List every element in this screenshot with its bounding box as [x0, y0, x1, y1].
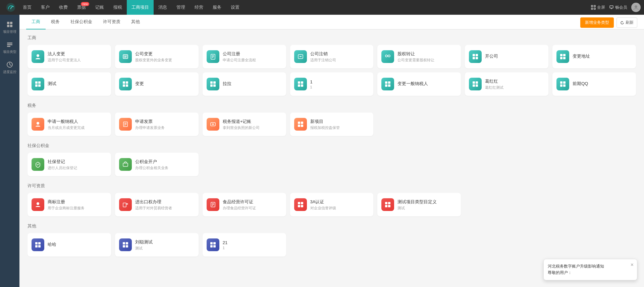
card-gongjijin-kaihu[interactable]: 公积金开户 办理公积金相关业务 — [115, 153, 199, 176]
card-title: 1 — [310, 79, 370, 84]
top-navigation: 首页 客户 收费 票据 new 记账 报税 工商项目 消息 管理 经营 服务 设… — [0, 0, 644, 15]
new-type-button[interactable]: 新增业务类型 — [580, 17, 614, 28]
svg-rect-82 — [123, 242, 125, 244]
refresh-icon — [620, 21, 624, 25]
svg-rect-2 — [594, 5, 595, 7]
card-kai-gongsi[interactable]: 开公司 — [465, 45, 548, 68]
card-gongsi-biangeng[interactable]: 公司变更 股权变更外的业务变更 — [115, 45, 199, 68]
svg-rect-62 — [298, 122, 300, 124]
svg-point-22 — [388, 55, 390, 57]
card-falian-biangeng[interactable]: 法人变更 适用于公司变更法人 — [28, 45, 111, 68]
card-lala[interactable]: 拉拉 — [203, 72, 286, 96]
svg-rect-39 — [210, 81, 213, 84]
section-xuke-title: 许可资质 — [28, 183, 636, 189]
card-title: 变更一般纳税人 — [397, 81, 457, 87]
nav-fee[interactable]: 收费 — [54, 0, 72, 15]
svg-rect-63 — [301, 122, 303, 124]
svg-point-21 — [385, 55, 387, 57]
card-21[interactable]: 21 1 — [203, 233, 286, 257]
card-icon — [556, 50, 569, 63]
nav-ticket[interactable]: 票据 new — [72, 0, 91, 15]
scroll-area[interactable]: 工商 法人变更 适用于公司变更法人 公司变更 — [19, 29, 644, 287]
svg-rect-79 — [38, 242, 41, 244]
tab-shebao[interactable]: 社保公积金 — [65, 15, 98, 29]
sidebar-item-project-manage[interactable]: 项目管理 — [0, 17, 19, 38]
sidebar-item-progress[interactable]: 进度监控 — [0, 58, 19, 78]
svg-point-59 — [37, 122, 39, 125]
card-desc: 拿到营业执照的新公司 — [223, 125, 282, 130]
svg-rect-32 — [38, 81, 41, 84]
card-title: 哈哈 — [48, 241, 107, 247]
nav-manage[interactable]: 管理 — [172, 0, 190, 15]
card-gongsi-zhuxiao[interactable]: 公司注销 适用于注销公司 — [290, 45, 374, 68]
card-gongsi-zhuce[interactable]: 公司注册 申请公司注册全流程 — [203, 45, 286, 68]
nav-business[interactable]: 经营 — [190, 0, 208, 15]
svg-point-16 — [37, 54, 39, 57]
card-liucong-ceshi[interactable]: 刘聪测试 测试 — [115, 233, 199, 257]
svg-rect-85 — [126, 245, 128, 247]
nav-settings[interactable]: 设置 — [226, 0, 244, 15]
svg-point-67 — [37, 202, 39, 205]
nav-tax[interactable]: 报税 — [109, 0, 127, 15]
fullscreen-button[interactable]: 全屏 — [591, 5, 605, 10]
card-icon — [207, 238, 219, 251]
tab-bar: 工商 税务 社保公积金 许可资质 其他 新增业务类型 刷新 — [19, 15, 644, 29]
card-biangeng-nashui[interactable]: 变更一般纳税人 — [377, 72, 461, 96]
notification-close-button[interactable]: × — [631, 262, 634, 268]
refresh-button[interactable]: 刷新 — [616, 17, 637, 28]
card-shuiwu-baodao[interactable]: 税务报道+记账 拿到营业执照的新公司 — [203, 113, 286, 136]
tab-gongshang[interactable]: 工商 — [26, 15, 46, 29]
card-title: 测试项目类型目定义 — [397, 199, 457, 205]
card-shangbiao-zhuce[interactable]: 商标注册 用于企业商标注册服务 — [28, 193, 111, 216]
card-title: 前期QQ — [573, 81, 632, 87]
card-desc: 对企业信誉评级 — [310, 206, 370, 211]
svg-rect-55 — [560, 81, 562, 84]
nav-industry[interactable]: 工商项目 — [127, 0, 154, 15]
nav-service[interactable]: 服务 — [208, 0, 226, 15]
card-title: 社保登记 — [48, 159, 107, 165]
card-title: 公积金开户 — [135, 159, 195, 165]
card-xin-xiangmu[interactable]: 新项目 报税加税控盘保管 — [290, 113, 374, 136]
card-shenqing-nashui[interactable]: 申请一般纳税人 当月或次月成变更完成 — [28, 113, 111, 136]
svg-rect-4 — [594, 8, 595, 9]
card-ceshi[interactable]: 测试 — [28, 72, 111, 96]
card-shebao-dengji[interactable]: 社保登记 进行人员社保登记 — [28, 153, 111, 176]
tab-xuke[interactable]: 许可资质 — [98, 15, 126, 29]
card-desc: 股权变更外的业务变更 — [135, 58, 195, 63]
card-title: 开公司 — [485, 53, 544, 59]
nav-home[interactable]: 首页 — [18, 0, 36, 15]
svg-rect-35 — [123, 81, 125, 84]
svg-rect-28 — [563, 54, 566, 56]
svg-rect-71 — [301, 202, 303, 204]
progress-icon — [6, 61, 13, 68]
member-button[interactable]: 畅会员 — [609, 5, 627, 10]
card-icon — [207, 78, 219, 90]
logo[interactable] — [3, 0, 18, 15]
nav-bookkeeping[interactable]: 记账 — [91, 0, 109, 15]
card-desc: 测试 — [135, 246, 195, 251]
card-jinchukouquan[interactable]: 进出口权办理 适用于对外贸易经营者 — [115, 193, 199, 216]
sidebar-item-project-type[interactable]: 项目类型 — [0, 38, 19, 58]
nav-customer[interactable]: 客户 — [36, 0, 54, 15]
card-haha[interactable]: 哈哈 — [28, 233, 111, 257]
card-qianqi-qq[interactable]: 前期QQ — [552, 72, 636, 96]
svg-rect-64 — [298, 125, 300, 127]
card-shipin-xuke[interactable]: 食品经营许可证 办理食品经营许可证 — [203, 193, 286, 216]
svg-rect-49 — [385, 84, 387, 87]
nav-message[interactable]: 消息 — [154, 0, 172, 15]
card-guquan-zhuanrang[interactable]: 股权转让 公司变更需要股权转让 — [377, 45, 461, 68]
card-biangeng-dizhi[interactable]: 变更地址 — [552, 45, 636, 68]
card-shenqing-fapiao[interactable]: 申请发票 办理申请发票业务 — [115, 113, 199, 136]
card-icon — [294, 198, 307, 211]
gongshang-cards-row2: 测试 变更 — [28, 72, 636, 96]
card-guhong[interactable]: 葛红红 葛红红测试 — [465, 72, 548, 96]
card-desc: 办理申请发票业务 — [135, 125, 195, 130]
tab-qita[interactable]: 其他 — [126, 15, 145, 29]
card-ceshi-xiangmu[interactable]: 测试项目类型目定义 测试 — [377, 193, 461, 216]
card-biangeng[interactable]: 变更 — [115, 72, 199, 96]
card-1[interactable]: 1 1 — [290, 72, 374, 96]
card-3a-renzheng[interactable]: 3A认证 对企业信誉评级 — [290, 193, 374, 216]
svg-rect-9 — [10, 22, 12, 24]
avatar[interactable] — [631, 3, 641, 12]
tab-shuiwu[interactable]: 税务 — [46, 15, 65, 29]
